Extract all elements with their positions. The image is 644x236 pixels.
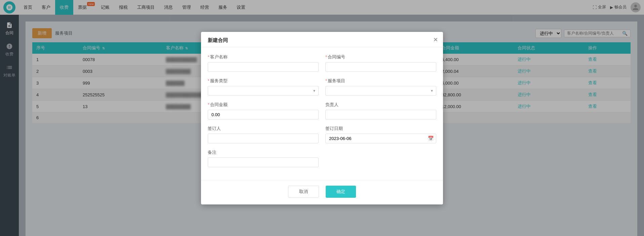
field-signer: 签订人	[208, 126, 319, 143]
modal-title: 新建合同	[208, 37, 228, 43]
service-item-select[interactable]	[325, 86, 436, 96]
form-row-2: * 服务类型 ▼ * 服务项目 ▼	[208, 78, 436, 96]
field-service-type: * 服务类型 ▼	[208, 78, 319, 96]
required-star: *	[208, 78, 209, 83]
contract-no-label: * 合同编号	[325, 54, 436, 60]
sign-date-wrapper: 📅	[325, 134, 436, 143]
customer-name-label: * 客户名称	[208, 54, 319, 60]
form-row-4: 签订人 签订日期 📅	[208, 126, 436, 143]
field-sign-date: 签订日期 📅	[325, 126, 436, 143]
service-item-label: * 服务项目	[325, 78, 436, 84]
contract-amount-label: * 合同金额	[208, 102, 319, 108]
service-type-wrapper: ▼	[208, 86, 319, 96]
sign-date-label: 签订日期	[325, 126, 436, 132]
modal-close-button[interactable]: ✕	[433, 37, 438, 43]
service-item-wrapper: ▼	[325, 86, 436, 96]
service-type-label: * 服务类型	[208, 78, 319, 84]
customer-name-input[interactable]	[208, 62, 319, 72]
remarks-input[interactable]	[208, 157, 319, 167]
contract-no-input[interactable]	[325, 62, 436, 72]
form-row-3: * 合同金额 负责人	[208, 102, 436, 120]
cancel-button[interactable]: 取消	[288, 186, 319, 198]
service-type-select[interactable]	[208, 86, 319, 96]
signer-input[interactable]	[208, 134, 319, 143]
field-responsible-person: 负责人	[325, 102, 436, 120]
modal-header: 新建合同 ✕	[201, 32, 443, 47]
modal-body: * 客户名称 * 合同编号 *	[201, 47, 443, 180]
new-contract-modal: 新建合同 ✕ * 客户名称 * 合同编号	[201, 32, 443, 204]
form-row-5: 备注	[208, 149, 436, 167]
field-customer-name: * 客户名称	[208, 54, 319, 72]
field-remarks: 备注	[208, 149, 319, 167]
required-star: *	[208, 102, 209, 107]
responsible-person-input[interactable]	[325, 110, 436, 120]
sign-date-input[interactable]	[325, 134, 436, 143]
contract-amount-input[interactable]	[208, 110, 319, 120]
field-service-item: * 服务项目 ▼	[325, 78, 436, 96]
confirm-button[interactable]: 确定	[326, 186, 356, 198]
modal-overlay: 新建合同 ✕ * 客户名称 * 合同编号	[0, 0, 644, 236]
required-star: *	[208, 54, 209, 59]
modal-footer: 取消 确定	[201, 180, 443, 204]
field-contract-no: * 合同编号	[325, 54, 436, 72]
required-star: *	[325, 78, 327, 83]
required-star: *	[325, 54, 327, 59]
responsible-person-label: 负责人	[325, 102, 436, 108]
field-contract-amount: * 合同金额	[208, 102, 319, 120]
remarks-label: 备注	[208, 149, 319, 155]
form-row-1: * 客户名称 * 合同编号	[208, 54, 436, 72]
signer-label: 签订人	[208, 126, 319, 132]
